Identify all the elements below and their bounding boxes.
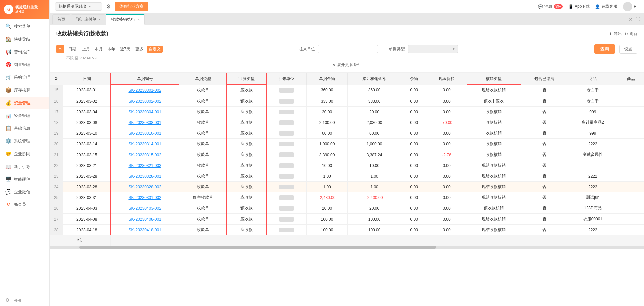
col-date: 日期: [63, 73, 111, 85]
total-row: 合计: [50, 235, 644, 246]
table-row: 222023-03-21SK-20230321-003收款单应收款█████10…: [50, 160, 644, 171]
total-values: [111, 235, 644, 246]
sidebar-item-sales[interactable]: 🎯 销售管理: [0, 58, 49, 71]
expand-more-btn[interactable]: ∨ 展开更多条件: [333, 62, 361, 68]
row-counterparty: █████: [267, 149, 307, 160]
row-doc-no[interactable]: SK-20230308-001: [111, 117, 179, 128]
sidebar-settings-icon[interactable]: ⚙: [5, 297, 10, 303]
row-doc-type: 收款单: [179, 107, 226, 117]
sidebar-item-marketing[interactable]: 📢 营销推广: [0, 46, 49, 58]
counterparty-input[interactable]: [318, 45, 378, 53]
online-service-btn[interactable]: 👤 在线客服: [595, 4, 618, 9]
tab-payable-close[interactable]: ×: [98, 17, 100, 21]
row-doc-no[interactable]: SK-20230403-002: [111, 203, 179, 214]
row-doc-no[interactable]: SK-20230302-002: [111, 96, 179, 107]
sidebar-item-operations[interactable]: 📊 经营管理: [0, 109, 49, 122]
sidebar-item-finance[interactable]: 💰 资金管理: [0, 97, 49, 109]
sidebar-item-hardware[interactable]: 🖥️ 智能硬件: [0, 173, 49, 186]
row-doc-no[interactable]: SK-20230331-002: [111, 192, 179, 203]
workspace-selector[interactable]: 畅捷通演示账套 ▾: [55, 2, 102, 11]
industry-btn[interactable]: 体验行业方案: [115, 2, 148, 11]
row-verified: 20.00: [347, 203, 401, 214]
message-btn[interactable]: 💬 消息 99+: [538, 4, 563, 9]
row-doc-no[interactable]: SK-20230408-001: [111, 214, 179, 225]
row-counterparty: █████: [267, 139, 307, 149]
row-verify-type: 预收款核销: [467, 203, 521, 214]
filter-date-more[interactable]: 更多: [134, 46, 145, 53]
sidebar-item-guide[interactable]: 📖 新手引导: [0, 160, 49, 173]
row-num: 16: [50, 96, 63, 107]
filter-date-last-month[interactable]: 上月: [80, 46, 91, 53]
main-content: 畅捷通演示账套 ▾ ⚙ 体验行业方案 💬 消息 99+ 📱 App下载 👤 在线…: [50, 0, 644, 306]
sidebar-item-member[interactable]: V 畅会员: [0, 198, 49, 211]
filter-date-this-year[interactable]: 本年: [106, 46, 117, 53]
row-product2: [618, 160, 644, 171]
row-discount: 0.00: [427, 214, 467, 225]
expand-window-icon[interactable]: ⛶: [635, 17, 640, 22]
col-discount: 现金折扣: [427, 73, 467, 85]
export-btn[interactable]: ⬆ 导出: [609, 31, 622, 37]
tab-bar: 首页 预计应付单 × 收款核销执行 × ✕ ⛶: [50, 13, 644, 25]
app-download-btn[interactable]: 📱 App下载: [568, 4, 590, 9]
row-product2: [618, 182, 644, 192]
sidebar-item-system[interactable]: ⚙️ 系统管理: [0, 135, 49, 147]
query-btn[interactable]: 查询: [594, 44, 615, 54]
topbar: 畅捷通演示账套 ▾ ⚙ 体验行业方案 💬 消息 99+ 📱 App下载 👤 在线…: [50, 0, 644, 13]
row-include-settled: 否: [521, 128, 568, 139]
tab-receipt-verify[interactable]: 收款核销执行 ×: [106, 14, 144, 25]
row-date: 2023-03-31: [63, 192, 111, 203]
sidebar-collapse-icon[interactable]: ◀◀: [14, 297, 21, 303]
row-verify-type: 预收中应收: [467, 96, 521, 107]
sidebar-item-search[interactable]: 🔍 搜索菜单: [0, 20, 49, 33]
row-date: 2023-04-08: [63, 214, 111, 225]
row-include-settled: 否: [521, 225, 568, 235]
row-doc-no[interactable]: SK-20230314-001: [111, 139, 179, 149]
row-biz-type: 应收款: [226, 160, 267, 171]
row-doc-no[interactable]: SK-20230418-001: [111, 225, 179, 235]
sidebar-item-basics[interactable]: 📋 基础信息: [0, 122, 49, 135]
doc-type-select-wrap: [408, 45, 458, 53]
row-doc-type: 红字收款单: [179, 192, 226, 203]
row-amount: 100.00: [307, 214, 348, 225]
row-amount: 20.00: [307, 107, 348, 117]
user-avatar[interactable]: Rit: [623, 2, 639, 11]
doc-type-select[interactable]: [408, 45, 458, 53]
row-doc-no[interactable]: SK-20230310-001: [111, 128, 179, 139]
filter-date-this-month[interactable]: 本月: [93, 46, 104, 53]
table-row: 182023-03-08SK-20230308-001收款单应收款█████2,…: [50, 117, 644, 128]
col-counterparty: 往来单位: [267, 73, 307, 85]
row-biz-type: 应收款: [226, 139, 267, 149]
col-settings[interactable]: ⚙: [50, 73, 63, 85]
filter-date-custom[interactable]: 自定义: [147, 46, 163, 53]
topbar-gear-icon[interactable]: ⚙: [106, 3, 111, 10]
row-num: 20: [50, 139, 63, 149]
settings-btn[interactable]: 设置: [619, 45, 637, 54]
service-icon: 👤: [595, 4, 600, 9]
window-controls: ✕ ⛶: [629, 17, 644, 22]
sidebar-item-shortcuts[interactable]: 🏠 快捷导航: [0, 33, 49, 46]
sidebar-item-enterprise[interactable]: 🤝 企业协同: [0, 147, 49, 160]
system-icon: ⚙️: [5, 138, 11, 144]
filter-date-7days[interactable]: 近7天: [119, 46, 132, 53]
row-doc-no[interactable]: SK-20230304-001: [111, 107, 179, 117]
row-verify-type: 现结收款核销: [467, 160, 521, 171]
row-doc-no[interactable]: SK-20230321-003: [111, 160, 179, 171]
tab-payable[interactable]: 预计应付单 ×: [71, 14, 105, 24]
row-balance: 0.00: [401, 85, 427, 96]
row-doc-no[interactable]: SK-20230315-002: [111, 149, 179, 160]
row-include-settled: 否: [521, 107, 568, 117]
sidebar-item-purchase[interactable]: 🛒 采购管理: [0, 71, 49, 84]
filter-expand-btn[interactable]: »: [56, 45, 64, 53]
close-window-icon[interactable]: ✕: [629, 17, 633, 22]
sidebar-item-wechat[interactable]: 💬 企业微信: [0, 186, 49, 198]
tab-receipt-close[interactable]: ×: [137, 18, 139, 22]
tab-home[interactable]: 首页: [52, 14, 70, 24]
sidebar-item-inventory[interactable]: 📦 库存核算: [0, 84, 49, 97]
row-date: 2023-03-04: [63, 107, 111, 117]
row-doc-no[interactable]: SK-20230328-001: [111, 171, 179, 182]
message-icon: 💬: [538, 4, 543, 9]
row-doc-no[interactable]: SK-20230328-002: [111, 182, 179, 192]
member-icon: V: [5, 202, 11, 207]
refresh-btn[interactable]: ↻ 刷新: [625, 31, 637, 37]
row-doc-no[interactable]: SK-20230301-002: [111, 85, 179, 96]
